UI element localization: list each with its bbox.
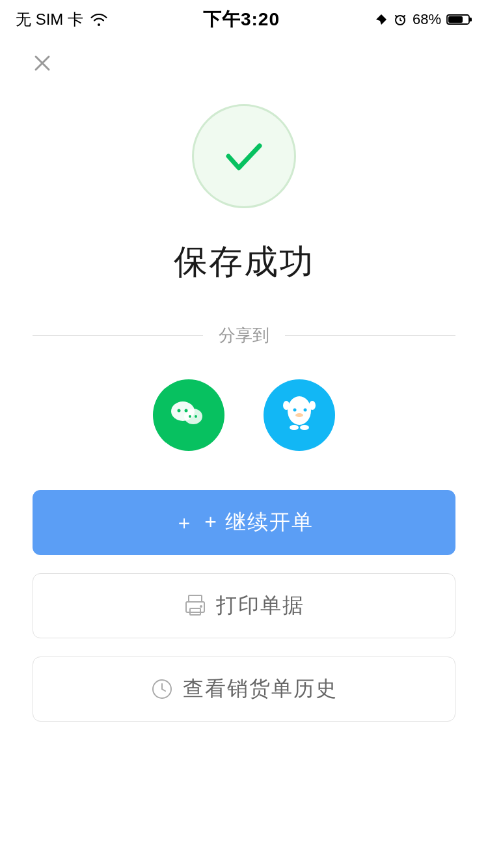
svg-point-12 [288,396,311,425]
share-section: 分享到 [0,324,488,451]
actions-section: ＋ + 继续开单 打印单据 查看销货单历史 [0,490,488,722]
success-circle [192,104,296,208]
wechat-icon [169,397,209,433]
status-left: 无 SIM 卡 [16,9,108,30]
svg-point-19 [309,401,316,410]
svg-rect-3 [448,16,463,23]
location-icon [375,13,388,26]
svg-point-25 [200,605,202,608]
print-button[interactable]: 打印单据 [33,573,455,638]
check-icon [218,130,270,182]
svg-point-20 [290,425,299,430]
svg-point-16 [304,409,307,412]
svg-point-10 [189,415,191,418]
svg-point-17 [295,413,303,417]
printer-icon [183,594,207,617]
svg-point-21 [300,425,309,430]
close-icon [31,51,54,75]
plus-icon: ＋ [174,509,195,536]
battery-percent: 68% [413,11,441,28]
battery-icon [446,13,472,26]
continue-new-order-button[interactable]: ＋ + 继续开单 [33,490,455,555]
svg-point-9 [185,409,188,413]
view-history-button[interactable]: 查看销货单历史 [33,657,455,722]
wifi-icon [90,13,108,26]
qq-share-button[interactable] [264,379,335,451]
share-icons-row [153,379,335,451]
svg-point-18 [283,401,290,410]
alarm-icon [393,12,407,27]
divider-left [33,335,203,336]
main-content: 保存成功 分享到 [0,39,488,722]
wechat-share-button[interactable] [153,379,224,451]
status-right: 68% [375,11,472,28]
close-button[interactable] [26,47,59,79]
view-history-label: 查看销货单历史 [183,675,338,703]
status-time: 下午3:20 [203,7,280,32]
svg-point-11 [195,415,197,418]
status-bar: 无 SIM 卡 下午3:20 68% [0,0,488,39]
share-divider-row: 分享到 [0,324,488,347]
svg-rect-2 [469,18,472,21]
divider-right [285,335,455,336]
success-title: 保存成功 [174,239,314,285]
sim-label: 无 SIM 卡 [16,9,83,30]
svg-rect-22 [189,595,202,602]
history-icon [150,677,174,701]
share-label: 分享到 [203,324,285,347]
qq-icon [279,392,319,438]
continue-new-order-label: + 继续开单 [204,508,314,537]
svg-point-15 [293,409,297,412]
print-label: 打印单据 [216,591,305,620]
svg-point-8 [178,409,181,413]
